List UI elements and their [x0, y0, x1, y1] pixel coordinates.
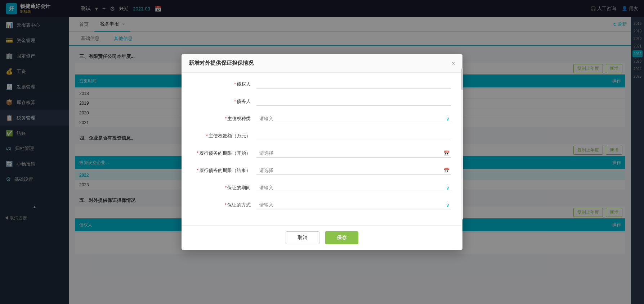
required-star-8: * [225, 202, 227, 208]
creditor-label: *债权人 [193, 81, 251, 87]
guarantee-method-label: *保证的方式 [193, 202, 251, 208]
creditor-input[interactable] [256, 80, 451, 89]
required-star: * [234, 81, 236, 87]
period-end-wrap: 📅 [256, 166, 451, 175]
guarantee-method-chevron[interactable]: ∨ [446, 202, 451, 208]
modal-body: *债权人 *债务人 *主债权种类 ∨ [182, 73, 462, 225]
form-row-period-end: *履行债务的期限（结束） 📅 [193, 166, 451, 175]
modal-overlay: 新增对外提供保证担保情况 × *债权人 *债务人 *主债权种类 [0, 0, 644, 304]
save-button[interactable]: 保存 [325, 231, 358, 244]
modal-scrollbar-thumb[interactable] [461, 68, 463, 90]
period-start-input[interactable] [256, 149, 443, 157]
guarantee-period-label: *保证的期间 [193, 185, 251, 191]
required-star-6: * [197, 168, 198, 173]
modal-title: 新增对外提供保证担保情况 [189, 60, 254, 67]
guarantee-method-wrap: ∨ [256, 201, 451, 209]
debtor-label: *债务人 [193, 98, 251, 105]
required-star-4: * [206, 133, 208, 139]
guarantee-period-wrap: ∨ [256, 183, 451, 192]
form-row-guarantee-method: *保证的方式 ∨ [193, 201, 451, 209]
form-row-creditor: *债权人 [193, 80, 451, 89]
form-row-claim-amount: *主债权数额（万元） [193, 132, 451, 140]
form-row-guarantee-period: *保证的期间 ∨ [193, 183, 451, 192]
period-end-input[interactable] [256, 166, 443, 174]
guarantee-period-input[interactable] [256, 183, 446, 192]
required-star-5: * [197, 150, 198, 156]
guarantee-period-chevron[interactable]: ∨ [446, 185, 451, 191]
modal-dialog: 新增对外提供保证担保情况 × *债权人 *债务人 *主债权种类 [182, 54, 462, 250]
modal-scrollbar[interactable] [461, 68, 463, 219]
form-row-debtor: *债务人 [193, 97, 451, 106]
modal-footer: 取消 保存 [182, 225, 462, 250]
period-start-label: *履行债务的期限（开始） [193, 150, 251, 156]
claim-type-input[interactable] [256, 114, 446, 123]
period-end-label: *履行债务的期限（结束） [193, 167, 251, 174]
modal-close-btn[interactable]: × [451, 60, 455, 67]
claim-type-wrap: ∨ [256, 114, 451, 123]
claim-amount-input[interactable] [256, 132, 451, 140]
claim-type-label: *主债权种类 [193, 115, 251, 122]
period-end-calendar-icon[interactable]: 📅 [443, 168, 451, 173]
cancel-button[interactable]: 取消 [286, 231, 319, 244]
period-start-wrap: 📅 [256, 149, 451, 158]
modal-header: 新增对外提供保证担保情况 × [182, 54, 462, 73]
required-star-3: * [225, 116, 227, 121]
debtor-input[interactable] [256, 97, 451, 106]
claim-amount-label: *主债权数额（万元） [193, 133, 251, 139]
claim-type-chevron[interactable]: ∨ [446, 116, 451, 122]
period-start-calendar-icon[interactable]: 📅 [443, 150, 451, 156]
form-row-claim-type: *主债权种类 ∨ [193, 114, 451, 123]
required-star-2: * [234, 99, 236, 104]
required-star-7: * [225, 185, 227, 190]
guarantee-method-input[interactable] [256, 201, 446, 209]
form-row-period-start: *履行债务的期限（开始） 📅 [193, 149, 451, 158]
